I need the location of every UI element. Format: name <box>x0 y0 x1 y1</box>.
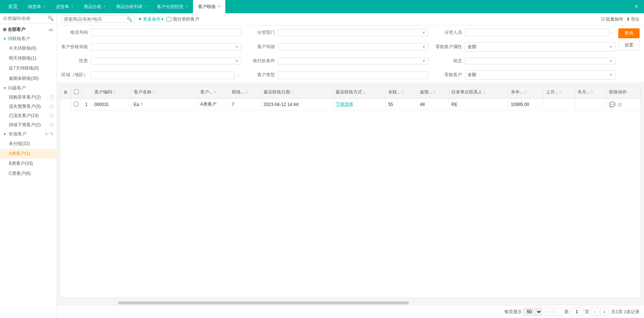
th-overdue[interactable]: 逾期... ⇅ <box>418 86 449 99</box>
sidebar-item-week-pending[interactable]: 近7天待联络(0) <box>0 63 57 73</box>
nav-goods-analysis[interactable]: 商品分析 × <box>79 0 111 13</box>
close-customer-tier-icon[interactable]: × <box>186 0 188 13</box>
dept-select[interactable]: ▼ <box>278 29 428 36</box>
info-icon-2: ⓘ <box>50 104 54 109</box>
th-checkbox <box>71 86 81 99</box>
status-select[interactable]: ▼ <box>465 57 615 64</box>
nature-select[interactable]: ▼ <box>91 57 241 64</box>
refresh-icon[interactable]: ↻ <box>45 131 49 137</box>
payment-chevron-icon: ▼ <box>422 59 426 63</box>
price-level-select[interactable]: ▼ <box>91 43 241 50</box>
sidebar-item-today-pending[interactable]: 今天待联络(0) <box>0 43 57 53</box>
batch-operation-btn[interactable]: ☑ 批量操作 <box>601 16 623 22</box>
close-goods-analysis-list-icon[interactable]: × <box>145 0 147 13</box>
region-input[interactable] <box>91 71 235 79</box>
row-name-cell[interactable]: Ea ? <box>131 99 198 110</box>
close-customer-contact-icon[interactable]: × <box>218 0 220 13</box>
my-customers-checkbox[interactable]: 我分管的客户 <box>167 16 199 22</box>
close-purchase-icon[interactable]: × <box>71 0 74 13</box>
close-goods-analysis-icon[interactable]: × <box>104 0 106 13</box>
last-page-btn[interactable]: » <box>600 308 608 316</box>
scatter-attr-select[interactable]: 全部 ▼ <box>465 42 615 52</box>
page-number-input[interactable] <box>570 308 583 316</box>
sort-overdue-icon: ⇅ <box>433 91 436 94</box>
region-dots-icon[interactable]: ··· <box>235 73 241 78</box>
th-type[interactable]: 客户... ⇅ <box>198 86 229 99</box>
customer-level-select[interactable]: ▼ <box>278 43 428 50</box>
export-btn[interactable]: ⬇ 导出 <box>626 16 640 22</box>
th-contact[interactable]: 联络... ⇅ <box>229 86 261 99</box>
more-filters-btn[interactable]: ▼ 更多条件 ▾ <box>138 16 164 22</box>
sidebar-item-ungrouped[interactable]: 未分组(32) <box>0 139 57 149</box>
close-sales-icon[interactable]: × <box>43 0 46 13</box>
section-pending-contact[interactable]: ▼ 待联络客户 <box>0 34 57 43</box>
sidebar-item-churned[interactable]: 已流失客户(24) ⓘ <box>0 111 57 120</box>
nav-home[interactable]: 首页 <box>3 0 23 13</box>
settings-icon[interactable]: ⚙ <box>64 90 68 95</box>
prev-page-btn[interactable]: ‹ <box>555 308 563 316</box>
row-checkbox[interactable] <box>74 102 79 106</box>
select-all-checkbox[interactable] <box>74 89 79 94</box>
all-customers-title: ⊞ 全部客户 <box>3 26 25 33</box>
sidebar-collapse-icon[interactable]: ≪ <box>48 27 54 33</box>
section-problem-customers[interactable]: ▼ 问题客户 <box>0 84 57 93</box>
horizontal-scrollbar[interactable] <box>57 301 644 305</box>
th-history-contact[interactable]: 往来单位联系人 ⇅ <box>449 86 508 99</box>
filter-customer-level: 客户等级 ▼ <box>248 43 428 50</box>
close-all-tabs[interactable]: × <box>632 3 641 10</box>
row-last-method-cell[interactable]: 下销货单 <box>333 99 386 110</box>
phone-input[interactable] <box>91 28 241 36</box>
customer-type-input[interactable] <box>278 71 428 79</box>
payment-select[interactable]: ▼ <box>278 57 428 64</box>
sidebar-item-churn-warning[interactable]: 流失预警客户(3) ⓘ <box>0 102 57 111</box>
my-customers-checkbox-input[interactable] <box>167 17 171 22</box>
th-no-contact[interactable]: 未联... ⇅ <box>386 86 418 99</box>
sidebar-search-input[interactable] <box>3 16 48 21</box>
nav-customer-contact[interactable]: 客户联络 × <box>193 0 225 13</box>
th-name[interactable]: 客户名称 ⇅ <box>131 86 198 99</box>
dept-label: 分管部门 <box>248 29 278 36</box>
scrollbar-thumb[interactable] <box>118 301 409 304</box>
sidebar-search-icon[interactable]: 🔍 <box>48 15 54 21</box>
scatter-select[interactable]: 全部 ▼ <box>465 70 615 80</box>
customer-level-label: 客户等级 <box>248 44 278 50</box>
total-page-text: 页 <box>585 309 589 315</box>
sidebar-item-tomorrow-pending[interactable]: 明天待联络(1) <box>0 53 57 63</box>
th-code[interactable]: 客户编码 ⇅ <box>92 86 131 99</box>
last-method-link[interactable]: 下销货单 <box>336 102 353 107</box>
th-last-month[interactable]: 上月... ⇅ <box>543 86 575 99</box>
first-page-btn[interactable]: « <box>545 308 553 316</box>
main-search-icon[interactable]: 🔍 <box>127 17 132 22</box>
main-search-input[interactable] <box>64 17 127 22</box>
th-this-month[interactable]: 本月... ⇅ <box>575 86 607 99</box>
sidebar-item-overdue[interactable]: 逾期未联络(30) <box>0 74 57 84</box>
filter-payment: 收付款条件 ▼ <box>248 57 428 64</box>
page-size-select[interactable]: 50 100 200 <box>523 308 542 316</box>
sidebar-item-declining[interactable]: 持续下滑客户(2) ⓘ <box>0 120 57 130</box>
sidebar-item-type-a[interactable]: A类客户(1) <box>0 149 57 159</box>
sidebar-search-container: 🔍 <box>0 13 57 24</box>
setting-button[interactable]: 设置 <box>618 40 640 50</box>
th-settings[interactable]: ⚙ <box>60 86 71 99</box>
manager-input[interactable] <box>465 28 609 36</box>
row-checkbox-cell <box>71 99 81 110</box>
nav-purchase[interactable]: 进货单 × <box>51 0 79 13</box>
sidebar-item-type-c[interactable]: C类客户(6) <box>0 169 57 179</box>
manager-dots-icon[interactable]: ··· <box>609 30 615 35</box>
th-last-method[interactable]: 最后联络方式 ⇅ <box>333 86 386 99</box>
top-navigation: 首页 销货单 × 进货单 × 商品分析 × 商品分析列表 × 客户分层经营 × … <box>0 0 644 13</box>
th-this-year[interactable]: 本年... ⇅ <box>508 86 543 99</box>
edit-icon[interactable]: ✎ <box>50 131 54 137</box>
nav-goods-analysis-list[interactable]: 商品分析列表 × <box>111 0 152 13</box>
next-page-btn[interactable]: › <box>591 308 599 316</box>
qr-icon[interactable]: ⊞ <box>618 102 622 107</box>
content-area: 🔍 ▼ 更多条件 ▾ 我分管的客户 ☑ 批量操作 ⬇ 导出 <box>57 13 644 318</box>
section-value-customers[interactable]: ▼ 价值客户 ↻ ✎ <box>0 130 57 139</box>
query-button[interactable]: 查询 <box>618 28 640 38</box>
nav-sales[interactable]: 销货单 × <box>23 0 51 13</box>
chat-icon[interactable]: 💬 <box>609 102 615 107</box>
sidebar-item-repurchase-abnormal[interactable]: 回购异常客户(2) ⓘ <box>0 93 57 102</box>
nav-customer-tier[interactable]: 客户分层经营 × <box>152 0 193 13</box>
th-last-date[interactable]: 最后联络日期 ⇅ <box>261 86 333 99</box>
sidebar-item-type-b[interactable]: B类客户(33) <box>0 159 57 169</box>
